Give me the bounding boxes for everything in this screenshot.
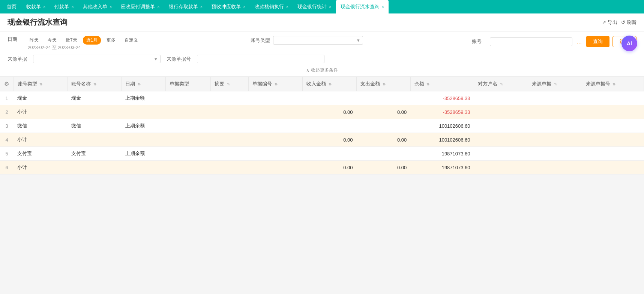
refresh-icon: ↺ <box>621 19 625 25</box>
cell-income <box>303 119 357 133</box>
table-row: 5 支付宝 支付宝 上期余额 19871073.60 <box>0 147 644 161</box>
date-btn-1month[interactable]: 近1月 <box>83 36 101 45</box>
data-table: ⚙ 账号类型 ⇅ 账号名称 ⇅ 日期 ⇅ 单据类型 摘要 ⇅ 单据编号 ⇅ 收入… <box>0 77 644 175</box>
cell-date <box>122 161 166 175</box>
cell-summary <box>211 91 249 105</box>
account-input[interactable] <box>490 37 572 46</box>
sort-icon-balance: ⇅ <box>426 82 429 86</box>
col-account-name[interactable]: 账号名称 ⇅ <box>68 77 122 91</box>
cell-account-type: 小计 <box>14 133 68 147</box>
nav-tab-3[interactable]: 应收应付调整单 × <box>116 0 164 13</box>
nav-tab-7[interactable]: 现金银行统计 × <box>293 0 336 13</box>
cell-counterpart <box>474 133 528 147</box>
cell-income: 0.00 <box>303 105 357 119</box>
close-tab-4[interactable]: × <box>200 4 203 9</box>
sort-icon-income: ⇅ <box>329 82 332 86</box>
source-doc-arrow-icon: ▾ <box>155 56 157 62</box>
header-bar: 现金银行流水查询 ↗ 导出 ↺ 刷新 <box>0 13 644 31</box>
refresh-button[interactable]: ↺ 刷新 <box>621 19 636 26</box>
nav-tab-1[interactable]: 付款单 × <box>50 0 78 13</box>
query-button[interactable]: 查询 <box>586 36 609 47</box>
date-btn-7days[interactable]: 近7天 <box>62 36 81 45</box>
date-btn-yesterday[interactable]: 昨天 <box>26 36 42 45</box>
source-doc-no-label: 来源单据号 <box>167 56 191 63</box>
close-tab-5[interactable]: × <box>243 4 245 9</box>
close-tab-2[interactable]: × <box>110 4 112 9</box>
date-btn-today[interactable]: 今天 <box>44 36 60 45</box>
table-row: 4 小计 0.00 0.00 100102606.60 <box>0 133 644 147</box>
cell-doc-no <box>249 119 303 133</box>
cell-date: 上期余额 <box>122 147 166 161</box>
cell-source-doc <box>528 119 582 133</box>
account-label: 账号 <box>472 38 487 45</box>
export-button[interactable]: ↗ 导出 <box>602 19 617 26</box>
col-doc-no[interactable]: 单据编号 ⇅ <box>249 77 303 91</box>
top-navigation: 首页 收款单 × 付款单 × 其他收入单 × 应收应付调整单 × 银行存取款单 … <box>0 0 644 13</box>
cell-source-doc-no <box>582 105 644 119</box>
close-tab-3[interactable]: × <box>157 4 159 9</box>
cell-source-doc <box>528 105 582 119</box>
sort-icon-date: ⇅ <box>138 82 141 86</box>
cell-expense: 0.00 <box>356 133 410 147</box>
col-account-type[interactable]: 账号类型 ⇅ <box>14 77 68 91</box>
cell-expense: 0.00 <box>356 161 410 175</box>
col-source-doc-no[interactable]: 来源单据号 ⇅ <box>582 77 644 91</box>
cell-account-name: 微信 <box>68 119 122 133</box>
cell-balance: 100102606.60 <box>410 119 474 133</box>
cell-counterpart <box>474 91 528 105</box>
col-income[interactable]: 收入金额 ⇅ <box>303 77 357 91</box>
sort-icon-account-name: ⇅ <box>93 82 96 86</box>
cell-account-name <box>68 133 122 147</box>
nav-tab-8[interactable]: 现金银行流水查询 × <box>336 0 389 13</box>
col-source-doc[interactable]: 来源单据 ⇅ <box>528 77 582 91</box>
close-tab-8[interactable]: × <box>382 4 384 9</box>
date-btn-custom[interactable]: 自定义 <box>121 36 141 45</box>
col-doc-type[interactable]: 单据类型 <box>166 77 211 91</box>
nav-tab-2[interactable]: 其他收入单 × <box>78 0 116 13</box>
cell-source-doc-no <box>582 161 644 175</box>
cell-doc-type <box>166 133 211 147</box>
gear-icon[interactable]: ⚙ <box>4 81 9 87</box>
nav-tab-0[interactable]: 收款单 × <box>22 0 50 13</box>
cell-source-doc <box>528 133 582 147</box>
cell-income: 0.00 <box>303 133 357 147</box>
account-type-select[interactable]: ▾ <box>273 36 363 45</box>
cell-balance: 19871073.60 <box>410 147 474 161</box>
table-container: ⚙ 账号类型 ⇅ 账号名称 ⇅ 日期 ⇅ 单据类型 摘要 ⇅ 单据编号 ⇅ 收入… <box>0 77 644 175</box>
cell-date: 上期余额 <box>122 91 166 105</box>
nav-home[interactable]: 首页 <box>2 0 22 13</box>
column-settings[interactable]: ⚙ <box>0 77 14 91</box>
cell-account-name <box>68 161 122 175</box>
cell-account-type: 支付宝 <box>14 147 68 161</box>
close-tab-0[interactable]: × <box>43 4 45 9</box>
nav-tab-5[interactable]: 预收冲应收单 × <box>207 0 250 13</box>
cell-summary <box>211 105 249 119</box>
close-tab-7[interactable]: × <box>329 4 331 9</box>
date-btn-more[interactable]: 更多 <box>103 36 119 45</box>
nav-tab-6[interactable]: 收款核销执行 × <box>250 0 293 13</box>
col-summary[interactable]: 摘要 ⇅ <box>211 77 249 91</box>
col-date[interactable]: 日期 ⇅ <box>122 77 166 91</box>
col-balance[interactable]: 余额 ⇅ <box>410 77 474 91</box>
cell-doc-no <box>249 105 303 119</box>
ai-assistant-button[interactable]: Ai <box>621 36 637 51</box>
close-tab-6[interactable]: × <box>286 4 288 9</box>
cell-account-type: 微信 <box>14 119 68 133</box>
nav-tab-4[interactable]: 银行存取款单 × <box>164 0 207 13</box>
cell-balance: -3528659.33 <box>410 105 474 119</box>
source-doc-no-input[interactable] <box>197 55 324 63</box>
col-counterpart[interactable]: 对方户名 ⇅ <box>474 77 528 91</box>
source-doc-select[interactable]: ▾ <box>33 55 161 63</box>
cell-idx: 4 <box>0 133 14 147</box>
close-tab-1[interactable]: × <box>71 4 74 9</box>
cell-account-name: 支付宝 <box>68 147 122 161</box>
date-options: 昨天 今天 近7天 近1月 更多 自定义 <box>26 36 141 45</box>
date-range: 2023-02-24 至 2023-03-24 <box>28 45 141 51</box>
cell-counterpart <box>474 147 528 161</box>
col-expense[interactable]: 支出金额 ⇅ <box>356 77 410 91</box>
cell-account-type: 现金 <box>14 91 68 105</box>
cell-account-name: 现金 <box>68 91 122 105</box>
collapse-filter-button[interactable]: ∧ 收起更多条件 <box>8 66 636 76</box>
account-ellipsis-button[interactable]: ... <box>575 38 583 45</box>
filter-area: 日期 昨天 今天 近7天 近1月 更多 自定义 2023-02-24 至 202… <box>0 31 644 77</box>
